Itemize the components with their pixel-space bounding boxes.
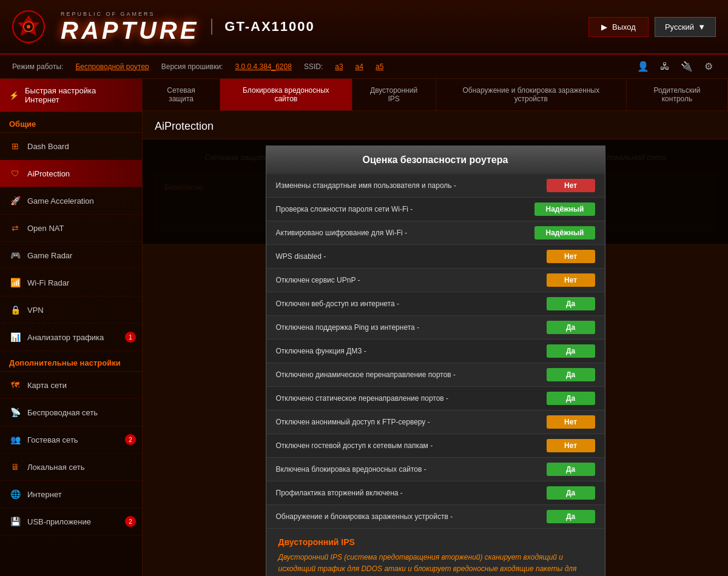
sidebar-item-usb[interactable]: 💾 USB-приложение 2 bbox=[0, 508, 142, 535]
sidebar-item-guestnet[interactable]: 👥 Гостевая сеть 2 bbox=[0, 426, 142, 454]
tab-bidirectional-ips[interactable]: Двусторонний IPS bbox=[352, 79, 436, 110]
row-label: Отключен анонимный доступ к FTP-серверу … bbox=[276, 418, 547, 426]
sidebar-item-label-networkmap: Карта сети bbox=[27, 381, 67, 390]
sidebar-item-dashboard[interactable]: ⊞ Dash Board bbox=[0, 133, 142, 160]
republic-label: REPUBLIC OF GAMERS bbox=[61, 11, 199, 17]
language-button[interactable]: Русский ▼ bbox=[655, 17, 716, 37]
tab-malicious-sites[interactable]: Блокировка вредоносных сайтов bbox=[220, 79, 352, 110]
tab-infected-devices-label: Обнаружение и блокировка зараженных устр… bbox=[462, 86, 599, 103]
security-assessment-modal: Оценка безопасности роутера Изменены ста… bbox=[266, 146, 605, 576]
row-status: Надёжный bbox=[534, 203, 595, 216]
main-content: Сетевая защита Блокировка вредоносных са… bbox=[143, 79, 728, 576]
row-status: Да bbox=[547, 392, 595, 405]
additional-section-label: Дополнительные настройки bbox=[0, 351, 142, 372]
modal-footer: Двусторонний IPS Двусторонний IPS (систе… bbox=[266, 529, 605, 576]
sidebar-item-label-aiprotection: AiProtection bbox=[27, 169, 70, 178]
row-status: Да bbox=[547, 486, 595, 500]
row-label: Отключена функция ДМЗ - bbox=[276, 347, 547, 355]
tab-parental-control[interactable]: Родительский контроль bbox=[627, 79, 728, 110]
logout-button[interactable]: ▶ Выход bbox=[588, 17, 649, 37]
modal-row: Отключен веб-доступ из интернета -Да bbox=[266, 292, 605, 316]
sidebar-item-aiprotection[interactable]: 🛡 AiProtection bbox=[0, 160, 142, 187]
row-label: Проверка сложности пароля сети Wi-Fi - bbox=[276, 205, 535, 213]
sidebar-item-traffic[interactable]: 📊 Анализатор трафика 1 bbox=[0, 324, 142, 351]
gameradar-icon: 🎮 bbox=[9, 249, 21, 261]
content-area: Сетевая защита на базе технологий компан… bbox=[143, 139, 728, 244]
internet-icon: 🌐 bbox=[9, 488, 21, 500]
modal-row: Активировано шифрование для Wi-Fi -Надёж… bbox=[266, 221, 605, 245]
firmware-value[interactable]: 3.0.0.4.384_6208 bbox=[235, 62, 291, 71]
modal-section-desc: Двусторонний IPS (система предотвращения… bbox=[278, 552, 593, 576]
ssid-a4[interactable]: а4 bbox=[356, 62, 363, 71]
lang-label: Русский bbox=[665, 22, 694, 32]
sidebar-item-label-lan: Локальная сеть bbox=[27, 463, 84, 472]
row-status: Да bbox=[547, 463, 595, 476]
row-status: Нет bbox=[547, 250, 595, 263]
network-icon[interactable]: 🖧 bbox=[658, 59, 672, 74]
row-label: Включена блокировка вредоносных сайтов - bbox=[276, 465, 547, 474]
sidebar-item-lan[interactable]: 🖥 Локальная сеть bbox=[0, 454, 142, 481]
ssid-a5[interactable]: а5 bbox=[376, 62, 383, 71]
tab-infected-devices[interactable]: Обнаружение и блокировка зараженных устр… bbox=[436, 79, 627, 110]
row-status: Нет bbox=[547, 415, 595, 429]
modal-row: Отключено статическое перенаправление по… bbox=[266, 387, 605, 410]
firmware-label: Версия прошивки: bbox=[161, 62, 223, 71]
modal-row: WPS disabled -Нет bbox=[266, 245, 605, 269]
row-label: Профилактика вторжений включена - bbox=[276, 489, 547, 497]
sidebar-item-gameradar[interactable]: 🎮 Game Radar bbox=[0, 242, 142, 269]
sidebar-item-label-internet: Интернет bbox=[27, 490, 62, 499]
modal-row: Отключен гостевой доступ к сетевым папка… bbox=[266, 434, 605, 458]
modal-header: Оценка безопасности роутера bbox=[266, 146, 605, 174]
row-status: Нет bbox=[547, 179, 595, 192]
modal-row: Изменены стандартные имя пользователя и … bbox=[266, 174, 605, 198]
quick-setup-icon: ⚡ bbox=[9, 91, 19, 100]
wifiradar-icon: 📶 bbox=[9, 276, 21, 289]
usb-icon[interactable]: 🔌 bbox=[679, 59, 694, 74]
tab-bidirectional-ips-label: Двусторонний IPS bbox=[370, 86, 417, 103]
dashboard-icon: ⊞ bbox=[9, 140, 21, 152]
sidebar-item-vpn[interactable]: 🔒 VPN bbox=[0, 296, 142, 324]
row-status: Да bbox=[547, 368, 595, 381]
sidebar-item-label-usb: USB-приложение bbox=[27, 517, 91, 526]
chevron-down-icon: ▼ bbox=[698, 22, 706, 32]
vpn-icon: 🔒 bbox=[9, 304, 21, 316]
row-label: Отключено статическое перенаправление по… bbox=[276, 394, 547, 403]
page-title: AiProtection bbox=[143, 111, 728, 139]
usb-app-icon: 💾 bbox=[9, 515, 21, 527]
row-label: Отключен сервис UPnP - bbox=[276, 276, 547, 284]
usb-badge: 2 bbox=[125, 516, 136, 527]
ssid-a3[interactable]: а3 bbox=[335, 62, 343, 71]
row-label: Отключена поддержка Ping из интернета - bbox=[276, 323, 547, 332]
tabs-bar: Сетевая защита Блокировка вредоносных са… bbox=[143, 79, 728, 111]
sidebar-item-wifiradar[interactable]: 📶 Wi-Fi Radar bbox=[0, 269, 142, 296]
sidebar-item-opennat[interactable]: ⇄ Open NAT bbox=[0, 215, 142, 242]
sidebar-item-label-vpn: VPN bbox=[27, 306, 44, 315]
sidebar-item-internet[interactable]: 🌐 Интернет bbox=[0, 481, 142, 508]
sidebar-item-wireless[interactable]: 📡 Беспроводная сеть bbox=[0, 399, 142, 426]
gameaccel-icon: 🚀 bbox=[9, 195, 21, 207]
sidebar-item-label-gameradar: Game Radar bbox=[27, 251, 72, 260]
guestnet-icon: 👥 bbox=[9, 434, 21, 446]
modal-row: Отключена функция ДМЗ -Да bbox=[266, 340, 605, 363]
tab-parental-control-label: Родительский контроль bbox=[653, 86, 700, 103]
quick-setup-item[interactable]: ⚡ Быстрая настройка Интернет bbox=[0, 79, 142, 112]
sidebar-item-gameaccel[interactable]: 🚀 Game Acceleration bbox=[0, 187, 142, 215]
modal-section-title: Двусторонний IPS bbox=[278, 537, 593, 547]
tab-network-protection[interactable]: Сетевая защита bbox=[143, 79, 220, 110]
quick-setup-label: Быстрая настройка Интернет bbox=[25, 86, 96, 104]
settings-icon[interactable]: ⚙ bbox=[701, 59, 716, 74]
row-status: Да bbox=[547, 510, 595, 523]
svg-point-3 bbox=[27, 25, 30, 28]
aiprotection-icon: 🛡 bbox=[9, 167, 21, 179]
sidebar-item-label-gameaccel: Game Acceleration bbox=[27, 196, 94, 206]
wireless-icon: 📡 bbox=[9, 406, 21, 418]
status-bar: Режим работы: Беспроводной роутер Версия… bbox=[0, 55, 728, 79]
main-layout: ⚡ Быстрая настройка Интернет Общие ⊞ Das… bbox=[0, 79, 728, 576]
header-actions: ▶ Выход Русский ▼ bbox=[588, 17, 716, 37]
user-icon[interactable]: 👤 bbox=[636, 59, 650, 74]
modal-row: Профилактика вторжений включена -Да bbox=[266, 481, 605, 505]
sidebar: ⚡ Быстрая настройка Интернет Общие ⊞ Das… bbox=[0, 79, 143, 576]
row-label: Отключен гостевой доступ к сетевым папка… bbox=[276, 441, 547, 450]
mode-value[interactable]: Беспроводной роутер bbox=[75, 62, 149, 71]
sidebar-item-networkmap[interactable]: 🗺 Карта сети bbox=[0, 372, 142, 399]
